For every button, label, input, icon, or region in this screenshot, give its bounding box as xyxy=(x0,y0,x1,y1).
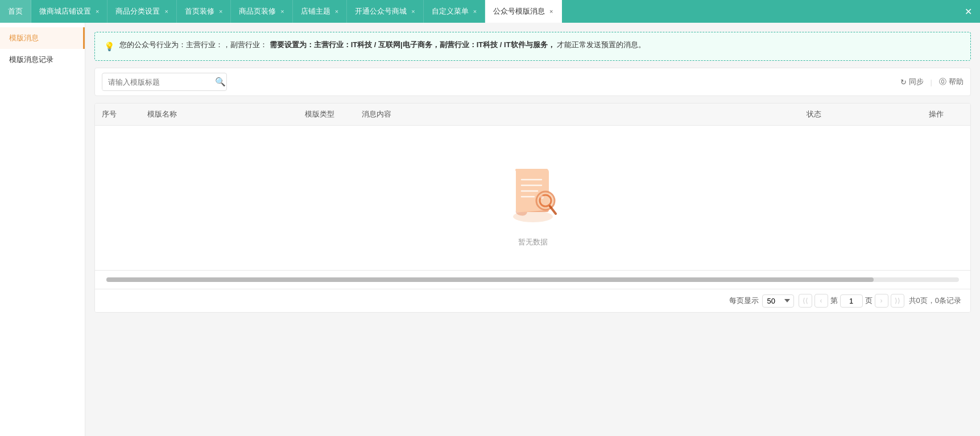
data-table: 序号 模版名称 模版类型 消息内容 状态 操作 xyxy=(94,103,971,313)
pagination: 每页显示 50 10 20 100 ⟨⟨ ‹ 第 页 › ⟩⟩ xyxy=(95,289,970,312)
sidebar-item-record[interactable]: 模版消息记录 xyxy=(0,49,85,70)
th-seq: 序号 xyxy=(95,103,140,125)
nav-custommenu-close[interactable]: × xyxy=(473,8,477,15)
th-name: 模版名称 xyxy=(140,103,298,125)
page-last-button[interactable]: ⟩⟩ xyxy=(891,294,904,308)
nav-category-label: 商品分类设置 xyxy=(115,6,160,16)
toolbar-divider: | xyxy=(931,78,932,86)
notice-box: 💡 您的公众号行业为：主营行业：，副营行业： 需要设置为：主营行业：IT科技 /… xyxy=(94,32,971,61)
search-button[interactable]: 🔍 xyxy=(209,73,227,90)
empty-text: 暂无数据 xyxy=(518,237,548,247)
sync-icon: ↻ xyxy=(900,78,907,86)
help-button[interactable]: ⓪ 帮助 xyxy=(939,77,964,87)
help-label: 帮助 xyxy=(949,77,964,87)
nav-homepage[interactable]: 首页装修 × xyxy=(177,0,231,23)
nav-weishop[interactable]: 微商城店铺设置 × xyxy=(31,0,107,23)
nav-home-label: 首页 xyxy=(8,6,23,16)
page-total: 共0页，0条记录 xyxy=(909,296,961,306)
nav-product[interactable]: 商品页装修 × xyxy=(231,0,292,23)
notice-icon: 💡 xyxy=(104,40,115,53)
nav-template-msg-close[interactable]: × xyxy=(549,8,553,15)
notice-suffix: 才能正常发送预置的消息。 xyxy=(557,40,646,49)
page-di-label: 第 xyxy=(830,296,838,306)
nav-openstore-close[interactable]: × xyxy=(411,8,415,15)
page-nav: ⟨⟨ ‹ 第 页 › ⟩⟩ xyxy=(799,294,904,308)
sync-button[interactable]: ↻ 同步 xyxy=(900,77,924,87)
page-next-button[interactable]: › xyxy=(875,294,888,308)
toolbar-actions: ↻ 同步 | ⓪ 帮助 xyxy=(900,77,964,87)
notice-prefix: 您的公众号行业为：主营行业：，副营行业： xyxy=(119,40,267,49)
scrollbar-area xyxy=(95,270,970,289)
sidebar-item-record-label: 模版消息记录 xyxy=(9,55,53,64)
search-input[interactable] xyxy=(102,74,209,90)
th-type: 模版类型 xyxy=(298,103,355,125)
page-first-button[interactable]: ⟨⟨ xyxy=(799,294,812,308)
nav-product-close[interactable]: × xyxy=(280,8,284,15)
nav-category-close[interactable]: × xyxy=(164,8,168,15)
page-label: 页 xyxy=(865,296,873,306)
nav-theme[interactable]: 店铺主题 × xyxy=(293,0,347,23)
nav-template-msg-label: 公众号模版消息 xyxy=(493,6,545,16)
sidebar-item-template-label: 模版消息 xyxy=(9,34,39,42)
th-action: 操作 xyxy=(902,103,970,125)
main-layout: 模版消息 模版消息记录 💡 您的公众号行业为：主营行业：，副营行业： 需要设置为… xyxy=(0,23,980,436)
empty-state: 暂无数据 xyxy=(95,126,970,270)
nav-theme-label: 店铺主题 xyxy=(301,6,330,16)
empty-illustration xyxy=(499,160,567,228)
scrollbar-thumb xyxy=(106,277,874,282)
page-prev-button[interactable]: ‹ xyxy=(814,294,828,308)
nav-openstore-label: 开通公众号商城 xyxy=(355,6,407,16)
help-icon: ⓪ xyxy=(939,77,946,87)
page-number-input[interactable] xyxy=(840,294,863,308)
svg-line-7 xyxy=(550,206,556,214)
notice-text: 您的公众号行业为：主营行业：，副营行业： 需要设置为：主营行业：IT科技 / 互… xyxy=(119,39,646,51)
nav-category[interactable]: 商品分类设置 × xyxy=(107,0,176,23)
page-size-label: 每页显示 xyxy=(729,296,759,306)
sidebar: 模版消息 模版消息记录 xyxy=(0,23,85,436)
nav-custommenu-label: 自定义菜单 xyxy=(432,6,469,16)
nav-weishop-close[interactable]: × xyxy=(96,8,99,15)
search-group: 🔍 xyxy=(102,73,227,91)
top-nav: 首页 微商城店铺设置 × 商品分类设置 × 首页装修 × 商品页装修 × 店铺主… xyxy=(0,0,980,23)
nav-openstore[interactable]: 开通公众号商城 × xyxy=(347,0,423,23)
sync-label: 同步 xyxy=(909,77,924,87)
svg-point-8 xyxy=(540,196,544,199)
sidebar-item-template[interactable]: 模版消息 xyxy=(0,27,85,49)
nav-weishop-label: 微商城店铺设置 xyxy=(39,6,91,16)
nav-homepage-label: 首页装修 xyxy=(185,6,214,16)
page-size-select: 每页显示 50 10 20 100 xyxy=(729,294,794,308)
content-area: 💡 您的公众号行业为：主营行业：，副营行业： 需要设置为：主营行业：IT科技 /… xyxy=(85,23,980,436)
notice-highlight: 需要设置为：主营行业：IT科技 / 互联网|电子商务，副营行业：IT科技 / I… xyxy=(270,40,555,49)
page-size-dropdown[interactable]: 50 10 20 100 xyxy=(762,294,794,308)
nav-homepage-close[interactable]: × xyxy=(219,8,222,15)
th-status: 状态 xyxy=(800,103,902,125)
nav-custommenu[interactable]: 自定义菜单 × xyxy=(424,0,485,23)
nav-product-label: 商品页装修 xyxy=(239,6,276,16)
fake-scrollbar[interactable] xyxy=(106,277,959,282)
toolbar: 🔍 ↻ 同步 | ⓪ 帮助 xyxy=(94,68,971,96)
nav-home[interactable]: 首页 xyxy=(0,0,31,23)
th-content: 消息内容 xyxy=(355,103,800,125)
nav-theme-close[interactable]: × xyxy=(335,8,338,15)
table-header: 序号 模版名称 模版类型 消息内容 状态 操作 xyxy=(95,103,970,126)
nav-template-msg[interactable]: 公众号模版消息 × xyxy=(485,0,561,23)
nav-close-all-button[interactable]: ✕ xyxy=(957,0,980,23)
